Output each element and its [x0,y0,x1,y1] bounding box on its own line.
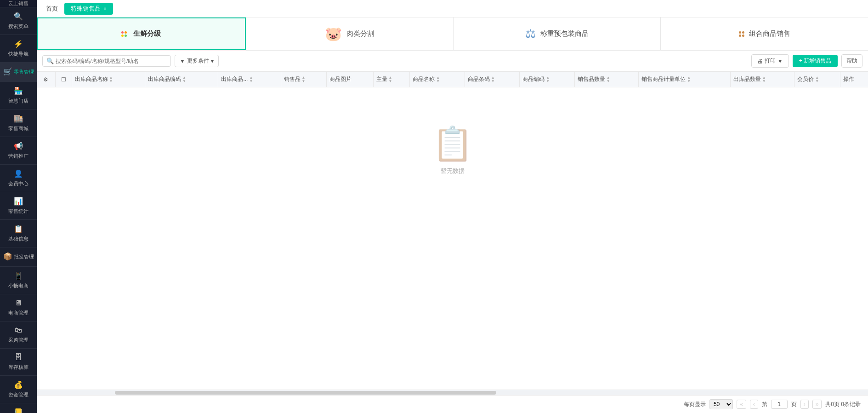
sidebar-item-smart[interactable]: 🏪 智慧门店 [0,82,37,109]
sidebar-label-mall: 零售商城 [8,125,28,132]
sidebar-item-stats[interactable]: 📊 零售统计 [0,192,37,220]
sidebar-label-quick: 快捷导航 [8,51,28,57]
tab-home[interactable]: 首页 [41,5,62,13]
sidebar-item-mall[interactable]: 🏬 零售商城 [0,109,37,137]
sort-arrows-product-code: ▲▼ [546,76,550,83]
th-barcode[interactable]: 商品条码 ▲▼ [465,72,520,87]
sort-arrows-sale-unit: ▲▼ [687,76,691,83]
main-content: 首页 特殊销售品 × 生鲜分级 🐷 肉类分割 ⚖ 称重预包装商品 [37,0,868,413]
sidebar-item-basic[interactable]: 📋 基础信息 [0,220,37,247]
sidebar-item-inventory[interactable]: 🗄 库存核算 [0,349,37,376]
sidebar-item-batch[interactable]: 📦 批发管理 ▼ [0,247,37,267]
per-page-select[interactable]: 50 10 20 100 [709,399,733,409]
filter-button[interactable]: ▼ 更多条件 ▾ [175,55,219,67]
th-sale-unit[interactable]: 销售商品计量单位 ▲▼ [639,72,730,87]
th-action: 操作 [840,72,868,87]
last-page-button[interactable]: » [812,400,822,409]
table-container: ⚙ ☐ 出库商品名称 ▲▼ 出库商品编码 ▲▼ [37,72,868,390]
sidebar-item-quick[interactable]: ⚡ 快捷导航 [0,35,37,63]
print-arrow-icon: ▼ [777,58,783,64]
mall-icon: 🏬 [14,114,23,123]
sort-arrows-out-qty: ▲▼ [762,76,766,83]
batch-arrow-icon: ▼ [30,255,34,259]
horizontal-scrollbar[interactable] [37,390,868,395]
th-out-name[interactable]: 出库商品名称 ▲▼ [72,72,145,87]
sidebar-item-search[interactable]: 🔍 搜索菜单 [0,7,37,35]
cat-tab-combo[interactable]: 组合商品销售 [661,17,868,50]
tab-special-sales[interactable]: 特殊销售品 × [64,3,113,15]
page-label: 第 [762,401,767,408]
search-box[interactable]: 🔍 [42,55,171,67]
search-input[interactable] [56,58,167,64]
search-menu-icon: 🔍 [14,12,23,21]
search-icon: 🔍 [46,57,54,64]
purchase-icon: 🛍 [15,326,22,334]
sidebar-label-mini: 小畅电商 [8,282,28,289]
sidebar-item-retail[interactable]: 🛒 零售管理 ▲ [0,63,37,82]
ecom-icon: 🖥 [15,299,22,307]
sidebar-item-member[interactable]: 👤 会员中心 [0,165,37,192]
cat-tab-fresh[interactable]: 生鲜分级 [37,17,246,50]
quick-nav-icon: ⚡ [14,40,23,48]
sidebar-label-smart: 智慧门店 [8,98,28,104]
scrollbar-thumb[interactable] [115,391,496,395]
sidebar-label-stats: 零售统计 [8,208,28,215]
th-out-qty[interactable]: 出库品数量 ▲▼ [730,72,794,87]
sidebar-item-ledger[interactable]: 📒 总账管理 [0,403,37,413]
print-button[interactable]: 🖨 打印 ▼ [751,54,789,68]
th-main[interactable]: 主量 ▲▼ [373,72,410,87]
cat-tab-meat[interactable]: 🐷 肉类分割 [246,17,454,50]
sidebar: 云上销售 🔍 搜索菜单 ⚡ 快捷导航 🛒 零售管理 ▲ 🏪 智慧门店 🏬 零售商… [0,0,37,413]
empty-text: 暂无数据 [441,167,465,175]
th-member-price[interactable]: 会员价 ▲▼ [794,72,840,87]
th-sale-item[interactable]: 销售品 ▲▼ [281,72,327,87]
sort-arrows-out-code: ▲▼ [182,76,186,83]
tab-close-icon[interactable]: × [103,6,107,12]
next-page-button[interactable]: › [800,400,809,409]
sidebar-item-promo[interactable]: 📢 营销推广 [0,137,37,165]
first-page-button[interactable]: « [737,400,746,409]
th-product-img: 商品图片 [327,72,373,87]
combo-icon [739,31,744,37]
sidebar-logo: 云上销售 [0,0,37,7]
sidebar-label-ecom: 电商管理 [8,310,28,316]
new-product-button[interactable]: + 新增销售品 [793,55,838,67]
th-out-spec[interactable]: 出库商品... ▲▼ [218,72,281,87]
cat-tab-weight[interactable]: ⚖ 称重预包装商品 [454,17,661,50]
th-check[interactable]: ☐ [55,72,72,87]
mini-icon: 📱 [14,271,23,280]
sidebar-item-finance[interactable]: 💰 资金管理 [0,376,37,403]
header-tabs: 首页 特殊销售品 × [37,0,868,17]
sort-arrows-out-spec: ▲▼ [249,76,253,83]
basic-icon: 📋 [14,224,23,233]
cat-tab-weight-label: 称重预包装商品 [540,29,589,38]
sidebar-item-ecom[interactable]: 🖥 电商管理 [0,294,37,321]
pagination: 每页显示 50 10 20 100 « ‹ 第 页 › » 共0页 0条记录 [37,395,868,413]
th-product-code[interactable]: 商品编码 ▲▼ [520,72,575,87]
prev-page-button[interactable]: ‹ [750,400,758,409]
th-out-code[interactable]: 出库商品编码 ▲▼ [145,72,218,87]
printer-icon: 🖨 [757,58,763,64]
th-gear[interactable]: ⚙ [37,72,55,87]
sidebar-item-mini[interactable]: 📱 小畅电商 [0,267,37,294]
product-table: ⚙ ☐ 出库商品名称 ▲▼ 出库商品编码 ▲▼ [37,72,868,212]
toolbar-right: 🖨 打印 ▼ + 新增销售品 帮助 [751,54,862,68]
smart-store-icon: 🏪 [14,86,23,95]
th-product-name[interactable]: 商品名称 ▲▼ [410,72,465,87]
batch-icon: 📦 [3,252,12,261]
sort-arrows-barcode: ▲▼ [491,76,495,83]
retail-icon: 🛒 [3,67,12,76]
arrow-icon: ▲ [30,70,34,74]
sort-arrows-out-name: ▲▼ [109,76,113,83]
page-number-input[interactable] [771,400,788,409]
cat-tab-fresh-label: 生鲜分级 [133,29,161,38]
help-button[interactable]: 帮助 [841,54,862,68]
sidebar-item-purchase[interactable]: 🛍 采购管理 [0,321,37,349]
th-sale-qty[interactable]: 销售品数量 ▲▼ [574,72,638,87]
finance-icon: 💰 [14,380,23,389]
sort-arrows-product-name: ▲▼ [436,76,440,83]
new-label: + 新增销售品 [799,57,831,65]
cat-tab-combo-label: 组合商品销售 [749,29,790,38]
sort-arrows-sale-item: ▲▼ [302,76,306,83]
sidebar-label-inventory: 库存核算 [8,364,28,371]
